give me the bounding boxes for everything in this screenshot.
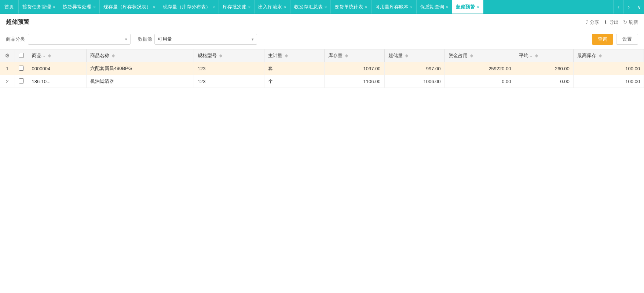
datasource-chevron-icon: ▾ — [252, 37, 254, 42]
gear-header-icon[interactable]: ⚙ — [5, 52, 10, 59]
category-filter-group: 商品分类 ▾ — [6, 34, 131, 45]
row-checkbox[interactable] — [19, 66, 24, 71]
cell-avg: 260.00 — [515, 62, 573, 75]
datasource-filter-group: 数据源 可用量 ▾ — [138, 34, 257, 45]
filter-actions: 查询 设置 — [592, 34, 638, 45]
col-stock: 库存量 — [324, 49, 384, 62]
datasource-select[interactable]: 可用量 ▾ — [154, 34, 257, 45]
col-product-code: 商品... — [28, 49, 86, 62]
datasource-label: 数据源 — [138, 36, 152, 42]
datasource-value: 可用量 — [158, 36, 172, 42]
close-tab-9[interactable]: × — [410, 5, 413, 9]
col-unit: 主计量 — [264, 49, 324, 62]
filter-area: 商品分类 ▾ 数据源 可用量 ▾ 查询 设置 — [0, 29, 644, 49]
nav-tab-5[interactable]: 库存批次账 × — [219, 0, 255, 14]
close-tab-6[interactable]: × — [284, 5, 286, 9]
query-button[interactable]: 查询 — [592, 34, 613, 45]
cell-stock: 1097.00 — [324, 62, 384, 75]
row-checkbox[interactable] — [19, 78, 24, 84]
nav-tab-11[interactable]: 超储预警 × — [452, 0, 483, 14]
nav-arrows: ‹ › ∨ — [613, 0, 644, 14]
table-row: 1 0000004 六配套新昌490BPG 123 套 1097.00 997.… — [0, 62, 644, 75]
cell-capital: 259220.00 — [444, 62, 515, 75]
table-header-row: ⚙ 商品... 商品名称 规格型号 — [0, 49, 644, 62]
sort-unit-icon[interactable] — [285, 54, 288, 58]
close-tab-5[interactable]: × — [248, 5, 250, 9]
row-checkbox-cell — [15, 75, 28, 88]
close-tab-4[interactable]: × — [212, 5, 215, 9]
nav-tab-4[interactable]: 现存量（库存分布表） × — [159, 0, 219, 14]
data-table: ⚙ 商品... 商品名称 规格型号 — [0, 49, 644, 88]
cell-unit: 个 — [264, 75, 324, 88]
share-button[interactable]: ⤴ 分享 — [586, 19, 599, 26]
sort-capital-icon[interactable] — [470, 54, 473, 58]
row-checkbox-cell — [15, 62, 28, 75]
cell-product-code: 0000004 — [28, 62, 86, 75]
cell-product-code: 186-10... — [28, 75, 86, 88]
header-actions: ⤴ 分享 ⬇ 导出 ↻ 刷新 — [586, 19, 638, 26]
nav-more-arrow[interactable]: ∨ — [634, 0, 644, 14]
nav-tab-8[interactable]: 要货单统计表 × — [331, 0, 371, 14]
settings-button[interactable]: 设置 — [616, 34, 638, 45]
cell-unit: 套 — [264, 62, 324, 75]
col-max-stock: 最高库存 — [573, 49, 644, 62]
close-tab-7[interactable]: × — [325, 5, 327, 9]
top-navigation: 首页 拣货任务管理 × 拣货异常处理 × 现存量（库存状况表） × 现存量（库存… — [0, 0, 644, 14]
nav-tab-7[interactable]: 收发存汇总表 × — [290, 0, 331, 14]
category-select[interactable]: ▾ — [28, 34, 131, 45]
sort-stock-icon[interactable] — [345, 54, 348, 58]
export-icon: ⬇ — [604, 19, 608, 25]
category-chevron-icon: ▾ — [125, 37, 127, 42]
category-label: 商品分类 — [6, 36, 25, 42]
page-header: 超储预警 ⤴ 分享 ⬇ 导出 ↻ 刷新 — [0, 14, 644, 29]
nav-tab-2[interactable]: 拣货异常处理 × — [59, 0, 99, 14]
sort-product-name-icon[interactable] — [112, 54, 115, 58]
close-tab-8[interactable]: × — [365, 5, 367, 9]
close-tab-11[interactable]: × — [477, 5, 479, 9]
nav-left-arrow[interactable]: ‹ — [613, 0, 623, 14]
select-all-checkbox[interactable] — [19, 53, 24, 58]
nav-home[interactable]: 首页 — [0, 0, 19, 14]
refresh-icon: ↻ — [623, 19, 627, 25]
row-num: 1 — [0, 62, 15, 75]
nav-tab-9[interactable]: 可用量库存账本 × — [372, 0, 417, 14]
table-container: ⚙ 商品... 商品名称 规格型号 — [0, 49, 644, 88]
col-product-name: 商品名称 — [86, 49, 194, 62]
close-tab-1[interactable]: × — [53, 5, 55, 9]
col-capital: 资金占用 — [444, 49, 515, 62]
share-icon: ⤴ — [586, 19, 588, 25]
sort-avg-icon[interactable] — [535, 54, 538, 58]
col-overstock: 超储量 — [384, 49, 444, 62]
col-avg: 平均... — [515, 49, 573, 62]
table-body: 1 0000004 六配套新昌490BPG 123 套 1097.00 997.… — [0, 62, 644, 88]
cell-max-stock: 100.00 — [573, 62, 644, 75]
col-checkbox — [15, 49, 28, 62]
cell-spec: 123 — [194, 62, 264, 75]
sort-product-code-icon[interactable] — [48, 54, 51, 58]
nav-tab-10[interactable]: 保质期查询 × — [417, 0, 452, 14]
cell-stock: 1106.00 — [324, 75, 384, 88]
sort-spec-icon[interactable] — [219, 54, 222, 58]
close-tab-2[interactable]: × — [93, 5, 95, 9]
col-spec: 规格型号 — [194, 49, 264, 62]
sort-overstock-icon[interactable] — [405, 54, 408, 58]
nav-right-arrow[interactable]: › — [623, 0, 634, 14]
cell-max-stock: 100.00 — [573, 75, 644, 88]
close-tab-3[interactable]: × — [153, 5, 155, 9]
cell-avg: 0.00 — [515, 75, 573, 88]
nav-tab-3[interactable]: 现存量（库存状况表） × — [100, 0, 159, 14]
cell-product-name: 六配套新昌490BPG — [86, 62, 194, 75]
nav-tab-6[interactable]: 出入库流水 × — [255, 0, 290, 14]
cell-product-name: 机油滤清器 — [86, 75, 194, 88]
table-row: 2 186-10... 机油滤清器 123 个 1106.00 1006.00 … — [0, 75, 644, 88]
cell-capital: 0.00 — [444, 75, 515, 88]
cell-overstock: 997.00 — [384, 62, 444, 75]
export-button[interactable]: ⬇ 导出 — [604, 19, 619, 26]
close-tab-10[interactable]: × — [446, 5, 448, 9]
sort-max-stock-icon[interactable] — [599, 54, 602, 58]
refresh-button[interactable]: ↻ 刷新 — [623, 19, 638, 26]
col-gear: ⚙ — [0, 49, 15, 62]
cell-overstock: 1006.00 — [384, 75, 444, 88]
page-title: 超储预警 — [6, 18, 29, 26]
nav-tab-1[interactable]: 拣货任务管理 × — [19, 0, 59, 14]
